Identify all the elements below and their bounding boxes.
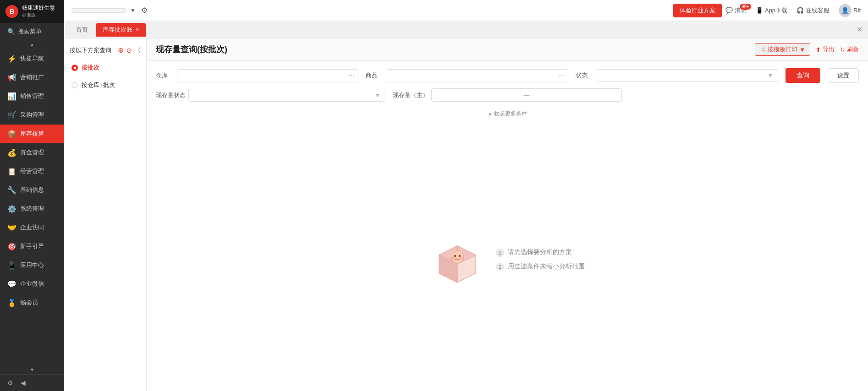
sidebar-item-inventory[interactable]: 📦 库存核算: [0, 125, 64, 143]
sidebar-label-newbie: 新手引导: [20, 242, 57, 250]
headset-icon: 🎧: [797, 7, 804, 14]
settings-button[interactable]: 设置: [828, 68, 859, 83]
filter-collapse-icon[interactable]: 《: [135, 46, 141, 54]
svg-point-8: [460, 256, 464, 260]
sidebar-label-quick-nav: 快捷导航: [20, 54, 57, 63]
sidebar-label-operation: 经营管理: [20, 167, 57, 175]
filter-item-by-batch-label: 按批次: [82, 64, 99, 72]
export-button[interactable]: ⬆ 导出: [816, 45, 835, 54]
sidebar-icon-newbie: 🎯: [7, 242, 16, 251]
empty-tip-1: 1 请先选择要分析的方案: [496, 248, 585, 257]
tip-text-1: 请先选择要分析的方案: [508, 248, 572, 256]
print-button[interactable]: 🖨 按模板打印 ▼: [755, 43, 810, 56]
query-button[interactable]: 查询: [786, 68, 820, 83]
page-body: 按以下方案查询 ⊕ ⊙ 《 按批次 按仓库+批次 现存量查询(按批次): [64, 38, 868, 391]
filter-panel: 按以下方案查询 ⊕ ⊙ 《 按批次 按仓库+批次: [64, 38, 147, 391]
sidebar-label-enterprise: 企业协同: [20, 223, 57, 232]
user-item[interactable]: 👤 Rit: [839, 4, 861, 17]
tab-close-icon[interactable]: ✕: [135, 27, 139, 33]
search-form-row-2: 现存量状态 ▼ 现存量（主） —: [156, 88, 859, 102]
sidebar-label-inventory: 库存核算: [20, 130, 57, 138]
collapse-sidebar-icon[interactable]: ◀: [21, 379, 26, 386]
warehouse-label: 仓库: [156, 71, 174, 80]
sidebar-item-wechat[interactable]: 💬 企业微信: [0, 275, 64, 293]
sidebar-menu: ⚡ 快捷导航 📢 营销推广 📊 销售管理 🛒 采购管理 📦 库存核算 💰 资金管…: [0, 49, 64, 365]
filter-item-by-warehouse-batch[interactable]: 按仓库+批次: [64, 76, 146, 94]
sidebar-icon-sales: 📊: [7, 92, 16, 101]
experience-button[interactable]: 体验行业方案: [673, 4, 722, 17]
filter-radio-by-warehouse-batch: [71, 82, 78, 88]
sidebar-scroll-down[interactable]: ▼: [0, 365, 64, 374]
tab-home[interactable]: 首页: [70, 23, 94, 37]
collapse-more-btn[interactable]: ∧ 收起更多条件: [156, 107, 859, 120]
topbar-gear-icon[interactable]: ⚙: [139, 4, 149, 16]
sidebar-icon-basic: 🔧: [7, 186, 16, 195]
topbar-search-box[interactable]: [71, 8, 126, 13]
sidebar-item-finance[interactable]: 💰 资金管理: [0, 143, 64, 162]
sidebar-item-purchase[interactable]: 🛒 采购管理: [0, 106, 64, 125]
topbar-breadcrumb: ▼ ⚙: [71, 4, 670, 16]
online-service-item[interactable]: 🎧 在线客服: [797, 6, 830, 15]
status-select[interactable]: ▼: [597, 69, 778, 82]
sidebar-item-enterprise[interactable]: 🤝 企业协同: [0, 218, 64, 237]
collapse-more-icon: ∧: [488, 111, 492, 117]
message-icon: 💬: [725, 7, 733, 14]
sidebar-label-finance: 资金管理: [20, 148, 57, 157]
sidebar-scroll-up[interactable]: ▲: [0, 40, 64, 49]
product-field: 商品 ···: [366, 69, 568, 82]
status-label: 状态: [576, 71, 594, 80]
stock-status-select[interactable]: ▼: [188, 89, 385, 102]
sidebar-icon-enterprise: 🤝: [7, 223, 16, 232]
sidebar-item-operation[interactable]: 📋 经营管理: [0, 162, 64, 181]
sidebar-item-basic[interactable]: 🔧 基础信息: [0, 181, 64, 200]
sidebar-item-system[interactable]: ⚙️ 系统管理: [0, 200, 64, 218]
svg-point-6: [459, 255, 461, 257]
sidebar-item-quick-nav[interactable]: ⚡ 快捷导航: [0, 49, 64, 68]
settings-icon[interactable]: ⚙: [7, 379, 13, 386]
sidebar-item-member[interactable]: 🏅 畅会员: [0, 293, 64, 312]
product-input[interactable]: [387, 70, 555, 82]
stock-qty-range[interactable]: —: [431, 88, 622, 102]
sidebar-label-marketing: 营销推广: [20, 73, 57, 81]
page-title-actions: 🖨 按模板打印 ▼ ⬆ 导出 ↻ 刷新: [755, 43, 859, 56]
tabs-bar-close-icon[interactable]: ✕: [857, 25, 863, 34]
app-download-item[interactable]: 📱 App下载: [756, 6, 787, 15]
tab-inventory-batch[interactable]: 库存批次账 ✕: [96, 23, 146, 37]
sidebar-icon-wechat: 💬: [7, 280, 16, 288]
sidebar-item-sales[interactable]: 📊 销售管理: [0, 87, 64, 106]
sidebar-search[interactable]: 🔍 搜索菜单: [0, 23, 64, 40]
messages-item[interactable]: 💬 消息 99+: [725, 6, 747, 15]
filter-item-by-batch[interactable]: 按批次: [64, 59, 146, 76]
filter-add-icon[interactable]: ⊕: [118, 46, 124, 54]
sidebar-label-member: 畅会员: [20, 299, 57, 307]
product-input-wrapper[interactable]: ···: [387, 69, 568, 82]
stock-qty-min-input[interactable]: [436, 92, 522, 98]
warehouse-more-btn[interactable]: ···: [345, 72, 358, 79]
warehouse-input[interactable]: [177, 70, 345, 82]
empty-illustration: [430, 232, 485, 287]
app-version: 标准版: [22, 12, 55, 18]
online-service-label: 在线客服: [806, 6, 830, 15]
refresh-label: 刷新: [847, 45, 859, 54]
print-label: 按模板打印: [768, 45, 797, 54]
stock-qty-max-input[interactable]: [532, 92, 617, 98]
filter-panel-header: 按以下方案查询 ⊕ ⊙ 《: [64, 44, 146, 59]
tabs-bar: 首页 库存批次账 ✕ ✕: [64, 21, 868, 38]
status-select-arrow: ▼: [768, 72, 773, 79]
refresh-button[interactable]: ↻ 刷新: [840, 45, 859, 54]
stock-qty-dash: —: [522, 92, 532, 98]
sidebar-icon-operation: 📋: [7, 167, 16, 176]
product-more-btn[interactable]: ···: [555, 72, 568, 79]
topbar-dropdown-button[interactable]: ▼: [128, 6, 137, 15]
warehouse-input-wrapper[interactable]: ···: [177, 69, 358, 82]
print-dropdown-icon[interactable]: ▼: [799, 46, 805, 53]
sidebar-item-marketing[interactable]: 📢 营销推广: [0, 68, 64, 87]
sidebar-item-app-center[interactable]: 📱 应用中心: [0, 256, 64, 275]
svg-point-5: [454, 255, 456, 257]
sidebar-icon-finance: 💰: [7, 148, 16, 157]
filter-settings-icon[interactable]: ⊙: [126, 47, 132, 54]
app-logo: B: [5, 5, 18, 18]
sidebar-item-newbie[interactable]: 🎯 新手引导: [0, 237, 64, 256]
page-title: 现存量查询(按批次): [156, 44, 227, 55]
empty-state: 1 请先选择要分析的方案 2 用过滤条件来缩小分析范围: [147, 128, 868, 391]
